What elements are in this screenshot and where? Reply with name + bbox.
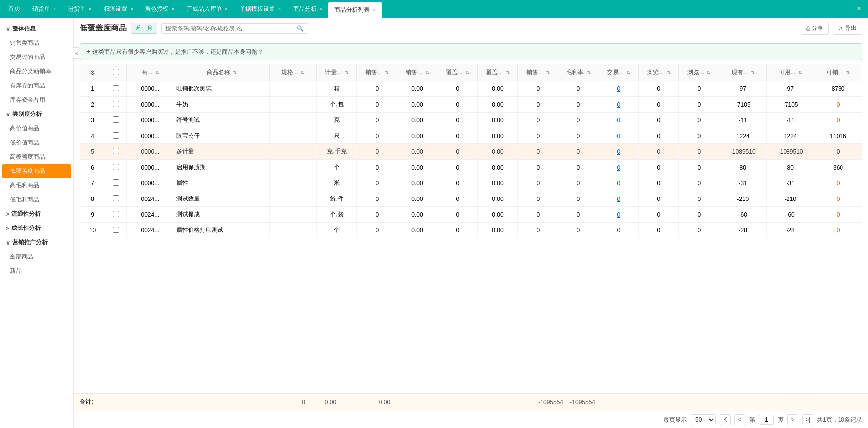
row-checkbox[interactable] <box>113 211 119 217</box>
sort-sales3-icon[interactable]: ⇅ <box>546 70 550 75</box>
nav-item-sales[interactable]: 销货单 × <box>27 0 62 18</box>
sort-name-icon[interactable]: ⇅ <box>233 70 237 75</box>
nav-close-permission[interactable]: × <box>130 6 133 12</box>
prev-page-button[interactable]: < <box>734 414 745 425</box>
nav-close-sales[interactable]: × <box>53 6 56 12</box>
nav-close-purchase[interactable]: × <box>88 6 91 12</box>
sidebar-item-low-margin[interactable]: 低毛利商品 <box>0 193 73 207</box>
sort-browse2-icon[interactable]: ⇅ <box>706 70 710 75</box>
first-page-button[interactable]: K <box>720 414 731 425</box>
sidebar-item-inventory-fund[interactable]: 库存资金占用 <box>0 93 73 107</box>
sort-sales1-icon[interactable]: ⇅ <box>385 70 389 75</box>
trans-link[interactable]: 0 <box>617 148 620 155</box>
row-trans: 0 <box>598 207 639 223</box>
sort-sell-icon[interactable]: ⇅ <box>846 70 850 75</box>
sort-spec-icon[interactable]: ⇅ <box>300 70 304 75</box>
nav-close-template[interactable]: × <box>278 6 281 12</box>
row-sales1: 0 <box>357 175 397 191</box>
sidebar-item-high-coverage[interactable]: 高覆盖度商品 <box>0 150 73 164</box>
sidebar-item-all-products[interactable]: 全部商品 <box>0 250 73 264</box>
row-checkbox[interactable] <box>113 148 119 154</box>
sort-gross-icon[interactable]: ⇅ <box>587 70 591 75</box>
sort-sales2-icon[interactable]: ⇅ <box>425 70 429 75</box>
sidebar-section-growth[interactable]: > 成长性分析 <box>0 221 73 235</box>
row-checkbox[interactable] <box>113 116 119 123</box>
page-number-input[interactable] <box>759 415 774 425</box>
sidebar-section-marketing[interactable]: ∨ 营销推广分析 <box>0 235 73 250</box>
nav-close-analysis-list[interactable]: × <box>373 7 376 13</box>
sidebar-item-high-margin[interactable]: 高毛利商品 <box>0 178 73 193</box>
row-sales3: 0 <box>518 81 558 97</box>
sort-avail-icon[interactable]: ⇅ <box>798 70 802 75</box>
next-page-button[interactable]: > <box>787 414 798 425</box>
nav-item-role[interactable]: 角色授权 × <box>139 0 180 18</box>
row-unit: 只 <box>317 128 357 144</box>
nav-item-analysis[interactable]: 商品分析 × <box>287 0 328 18</box>
sort-cover1-icon[interactable]: ⇅ <box>465 70 469 75</box>
sort-cover2-icon[interactable]: ⇅ <box>506 70 510 75</box>
nav-close-analysis[interactable]: × <box>320 6 323 12</box>
row-cover2: 0.00 <box>478 128 518 144</box>
row-checkbox[interactable] <box>113 85 119 91</box>
sidebar-item-low-value[interactable]: 低价值商品 <box>0 136 73 150</box>
row-checkbox[interactable] <box>113 179 119 186</box>
export-button[interactable]: ↗ 导出 <box>833 22 862 35</box>
select-all-checkbox[interactable] <box>113 69 119 75</box>
sort-unit-icon[interactable]: ⇅ <box>345 70 349 75</box>
footer-sales1-total: 0 <box>290 399 317 406</box>
table-row: 2 0000... 牛奶 个,包 0 0.00 0 0.00 0 0 0 0 0… <box>80 97 862 113</box>
row-checkbox[interactable] <box>113 132 119 139</box>
sort-code-icon[interactable]: ⇅ <box>155 70 159 75</box>
nav-item-permission[interactable]: 权限设置 × <box>98 0 139 18</box>
nav-item-analysis-list[interactable]: 商品分析列表 × <box>328 2 381 18</box>
trans-link[interactable]: 0 <box>617 164 620 171</box>
sidebar-collapse-button[interactable]: « <box>73 47 80 59</box>
sidebar-section-liquidity[interactable]: > 流通性分析 <box>0 207 73 221</box>
sidebar-section-overview[interactable]: ∨ 整体信息 <box>0 22 73 36</box>
sidebar-item-stock-products[interactable]: 有库存的商品 <box>0 79 73 93</box>
page-size-select[interactable]: 50 20 100 <box>691 414 716 425</box>
sidebar-item-category-rate[interactable]: 商品分类动销率 <box>0 64 73 79</box>
sort-trans-icon[interactable]: ⇅ <box>626 70 630 75</box>
row-sales3: 0 <box>518 97 558 113</box>
th-checkbox <box>106 64 127 81</box>
time-tag-button[interactable]: 近一月 <box>131 23 157 34</box>
row-checkbox[interactable] <box>113 227 119 233</box>
row-checkbox[interactable] <box>113 164 119 170</box>
sidebar-item-sales-products[interactable]: 销售类商品 <box>0 36 73 50</box>
row-checkbox[interactable] <box>113 195 119 201</box>
nav-close-product[interactable]: × <box>225 6 228 12</box>
nav-item-home[interactable]: 首页 <box>2 0 27 18</box>
trans-link[interactable]: 0 <box>617 211 620 218</box>
last-page-button[interactable]: >| <box>802 414 813 425</box>
row-browse2: 0 <box>679 223 719 238</box>
row-num: 8 <box>80 191 106 207</box>
trans-link[interactable]: 0 <box>617 133 620 140</box>
trans-link[interactable]: 0 <box>617 180 620 187</box>
trans-link[interactable]: 0 <box>617 101 620 108</box>
nav-item-template[interactable]: 单据模板设置 × <box>234 0 287 18</box>
row-checkbox[interactable] <box>113 101 119 107</box>
sidebar-item-high-value[interactable]: 高价值商品 <box>0 121 73 136</box>
row-trans: 0 <box>598 128 639 144</box>
row-sell: 0 <box>814 113 862 128</box>
trans-link[interactable]: 0 <box>617 86 620 92</box>
nav-item-product[interactable]: 产成品入库单 × <box>181 0 234 18</box>
th-settings[interactable]: ⚙ <box>80 64 106 81</box>
share-button[interactable]: ⎙ 分享 <box>801 22 829 35</box>
sidebar-item-traded-products[interactable]: 交易过的商品 <box>0 50 73 64</box>
sort-browse1-icon[interactable]: ⇅ <box>667 70 671 75</box>
trans-link[interactable]: 0 <box>617 117 620 124</box>
sidebar-item-new-products[interactable]: 新品 <box>0 264 73 278</box>
search-input[interactable] <box>165 25 295 32</box>
footer-sales2-total: 0.00 <box>317 399 344 406</box>
sidebar-item-low-coverage[interactable]: 低覆盖度商品 <box>2 164 71 178</box>
trans-link[interactable]: 0 <box>617 196 620 202</box>
nav-close-role[interactable]: × <box>171 6 174 12</box>
nav-close-all-button[interactable]: × <box>852 4 866 13</box>
sort-now-icon[interactable]: ⇅ <box>751 70 755 75</box>
sidebar-section-category[interactable]: ∨ 类别度分析 <box>0 107 73 121</box>
trans-link[interactable]: 0 <box>617 227 620 234</box>
info-banner: ✦ 这类商品只有很少客户购买过，是推广不够，还是商品本身问题？ <box>80 43 862 60</box>
nav-item-purchase[interactable]: 进货单 × <box>62 0 97 18</box>
